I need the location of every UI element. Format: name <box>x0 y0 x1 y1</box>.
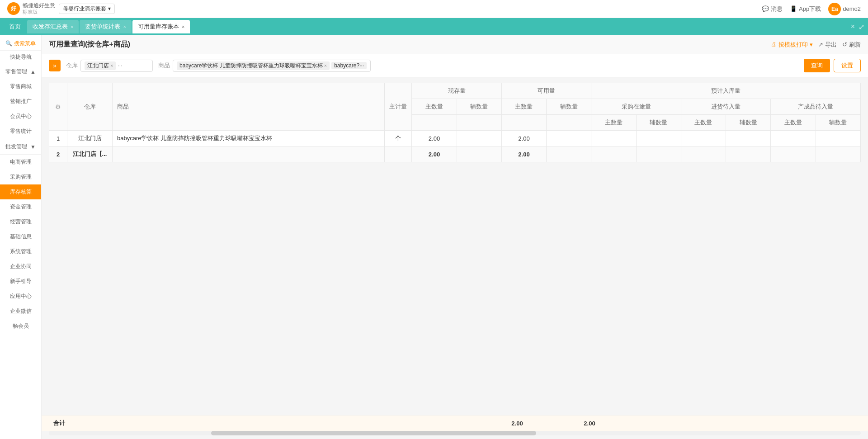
sidebar-item-retail-mall[interactable]: 零售商城 <box>0 79 41 94</box>
row-prod-sub <box>816 146 860 162</box>
horizontal-scrollbar[interactable] <box>49 431 861 435</box>
sidebar-item-wholesale[interactable]: 批发管理 ▼ <box>0 139 41 154</box>
top-bar: 好 畅捷通好生意 标准版 母婴行业演示账套 ▾ 💬 消息 📱 App下载 Ea … <box>0 0 868 18</box>
query-button[interactable]: 查询 <box>804 59 830 72</box>
chevron-icon: ▼ <box>30 144 36 150</box>
filter-bar: » 仓库 江北门店 × ··· 商品 babycare学饮杯 儿童防摔防撞吸管杯… <box>42 54 868 77</box>
scroll-thumb[interactable] <box>211 431 536 435</box>
app-download-btn[interactable]: 📱 App下载 <box>790 5 821 13</box>
sidebar-item-basics[interactable]: 基础信息 <box>0 229 41 244</box>
sidebar-item-system[interactable]: 系统管理 <box>0 244 41 259</box>
main-layout: 🔍 搜索菜单 快捷导航 零售管理 ▲ 零售商城 营销推广 会员中心 零售统计 <box>0 35 868 439</box>
sidebar-item-retail-stats[interactable]: 零售统计 <box>0 124 41 139</box>
settings-button[interactable]: 设置 <box>834 59 861 72</box>
th-inc-sub: 辅数量 <box>726 115 771 131</box>
th-stock-main2 <box>412 115 457 131</box>
tab-close-icon[interactable]: × <box>123 24 126 29</box>
filter-toggle-btn[interactable]: » <box>49 60 61 71</box>
th-pur-sub: 辅数量 <box>636 115 681 131</box>
sidebar-item-guide[interactable]: 新手引导 <box>0 274 41 289</box>
sidebar-item-purchasing[interactable]: 采购管理 <box>0 170 41 184</box>
tab-order-stats[interactable]: 要货单统计表 × <box>80 20 131 33</box>
nav-tabs: 首页 收发存汇总表 × 要货单统计表 × 可用量库存账本 × × ⤢ <box>0 18 868 35</box>
tab-close-icon[interactable]: × <box>71 24 73 29</box>
row-product <box>113 146 385 162</box>
message-btn[interactable]: 💬 消息 <box>762 5 783 13</box>
sidebar-item-marketing[interactable]: 营销推广 <box>0 94 41 109</box>
close-all-tabs-icon[interactable]: × <box>851 23 855 31</box>
th-prod-main: 主数量 <box>771 115 816 131</box>
summary-label: 合计 <box>49 419 65 427</box>
row-pur-sub <box>636 131 681 146</box>
top-bar-left: 好 畅捷通好生意 标准版 母婴行业演示账套 ▾ <box>7 2 115 15</box>
app-icon: 📱 <box>790 5 797 12</box>
product-label: 商品 <box>158 61 170 70</box>
tag-close-icon[interactable]: × <box>110 63 113 68</box>
sidebar-quick-nav[interactable]: 快捷导航 <box>0 51 41 64</box>
sidebar-item-ecommerce[interactable]: 电商管理 <box>0 155 41 170</box>
sidebar: 🔍 搜索菜单 快捷导航 零售管理 ▲ 零售商城 营销推广 会员中心 零售统计 <box>0 35 42 439</box>
row-product: babycare学饮杯 儿童防摔防撞吸管杯重力球吸嘴杯宝宝水杯 <box>113 131 385 146</box>
logo-text-block: 畅捷通好生意 标准版 <box>23 2 55 15</box>
sidebar-item-member[interactable]: 会员中心 <box>0 109 41 124</box>
th-warehouse: 仓库 <box>67 83 113 131</box>
message-label: 消息 <box>771 5 783 13</box>
tab-home[interactable]: 首页 <box>4 23 26 31</box>
row-pur-sub <box>636 146 681 162</box>
app-label: App下载 <box>799 5 821 13</box>
sidebar-item-vip[interactable]: 畅会员 <box>0 319 41 334</box>
sidebar-item-finance[interactable]: 资金管理 <box>0 199 41 214</box>
sidebar-search[interactable]: 🔍 搜索菜单 <box>0 37 41 51</box>
product-tag-2: babycare?··· <box>331 62 367 69</box>
th-avail-sub2 <box>547 115 591 131</box>
sidebar-item-operations[interactable]: 经营管理 <box>0 214 41 229</box>
th-production: 产成品待入量 <box>771 99 861 115</box>
table-row: 1 江北门店 babycare学饮杯 儿童防摔防撞吸管杯重力球吸嘴杯宝宝水杯 个… <box>49 131 861 146</box>
row-warehouse: 江北门店 <box>67 131 113 146</box>
sidebar-item-collab[interactable]: 企业协同 <box>0 259 41 274</box>
tag-close-icon[interactable]: × <box>324 63 327 68</box>
message-icon: 💬 <box>762 5 769 12</box>
sidebar-item-wecom[interactable]: 企业微信 <box>0 304 41 319</box>
product-tag-input[interactable]: babycare学饮杯 儿童防摔防撞吸管杯重力球吸嘴杯宝宝水杯 × babyca… <box>173 60 371 72</box>
row-inc-main <box>681 131 726 146</box>
export-btn[interactable]: ↗ 导出 <box>818 41 837 49</box>
sidebar-item-retail-mgmt[interactable]: 零售管理 ▲ <box>0 64 41 79</box>
tab-available-inventory[interactable]: 可用量库存账本 × <box>132 20 190 33</box>
user-area[interactable]: Ea demo2 <box>828 3 861 15</box>
th-avail-main2 <box>501 115 546 131</box>
refresh-btn[interactable]: ↺ 刷新 <box>842 41 861 49</box>
table-row: 2 江北门店【... 2.00 2.00 <box>49 146 861 162</box>
row-unit: 个 <box>385 131 412 146</box>
sidebar-group-retail: 零售管理 ▲ 零售商城 营销推广 会员中心 零售统计 <box>0 64 41 139</box>
sidebar-item-inventory[interactable]: 库存核算 <box>0 184 41 199</box>
th-settings: ⚙ <box>49 83 67 131</box>
more-options-btn[interactable]: ··· <box>118 62 122 69</box>
th-avail-sub: 辅数量 <box>547 99 591 115</box>
th-purchase-transit: 采购在途量 <box>591 99 681 115</box>
row-avail-main: 2.00 <box>501 131 546 146</box>
row-pur-main <box>591 146 636 162</box>
page-header-actions: 🖨 按模板打印 ▾ ↗ 导出 ↺ 刷新 <box>771 41 861 49</box>
tab-receivables-summary[interactable]: 收发存汇总表 × <box>27 20 79 33</box>
page-title: 可用量查询(按仓库+商品) <box>49 40 130 49</box>
row-stock-sub <box>457 146 501 162</box>
row-avail-sub <box>547 131 591 146</box>
th-stock-main: 主数量 <box>412 99 457 115</box>
tab-close-icon[interactable]: × <box>182 24 184 29</box>
warehouse-tag-input[interactable]: 江北门店 × ··· <box>80 60 153 72</box>
gear-icon[interactable]: ⚙ <box>55 103 61 110</box>
summary-bar: 合计 2.00 2.00 <box>42 415 868 431</box>
chevron-down-icon: ▾ <box>108 5 111 12</box>
th-incoming: 进货待入量 <box>681 99 771 115</box>
th-product: 商品 <box>113 83 385 131</box>
table-container: ⚙ 仓库 商品 主计量 现存量 可用量 预计入库量 主数量 辅数量 主数量 辅数… <box>42 77 868 415</box>
print-btn[interactable]: 🖨 按模板打印 ▾ <box>771 41 813 49</box>
user-label: demo2 <box>843 5 861 12</box>
inventory-table: ⚙ 仓库 商品 主计量 现存量 可用量 预计入库量 主数量 辅数量 主数量 辅数… <box>49 83 861 162</box>
industry-select[interactable]: 母婴行业演示账套 ▾ <box>59 4 115 14</box>
th-available: 可用量 <box>501 83 591 99</box>
th-stock-sub2 <box>457 115 501 131</box>
expand-icon[interactable]: ⤢ <box>859 23 864 31</box>
sidebar-item-appstore[interactable]: 应用中心 <box>0 289 41 304</box>
